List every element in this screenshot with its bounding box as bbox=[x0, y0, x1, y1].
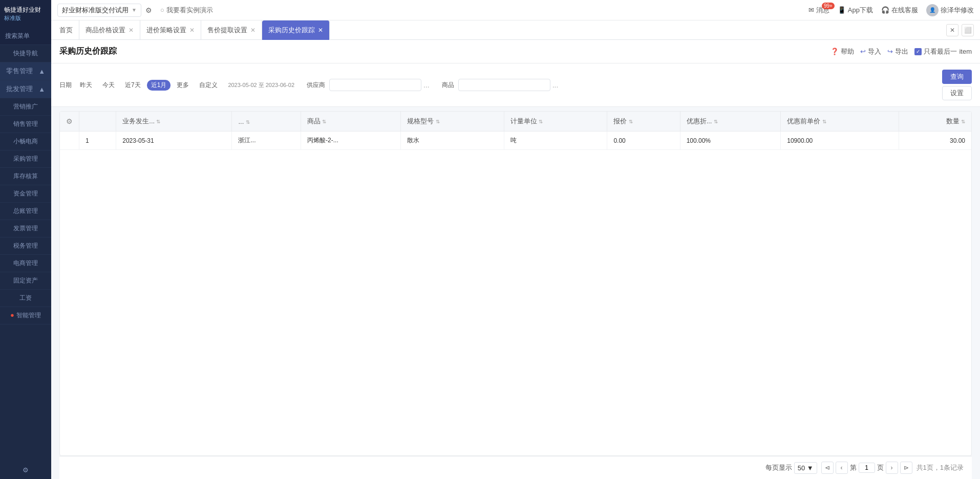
next-page-btn[interactable]: › bbox=[886, 462, 898, 474]
main-area: 好业财标准版交付试用 ▼ ⚙ ○ 我要看实例演示 ✉ 消息 99+ 📱 App下… bbox=[51, 0, 980, 479]
col-spec[interactable]: 规格型号 ⇅ bbox=[401, 112, 504, 132]
sort-icon[interactable]: ⇅ bbox=[961, 119, 965, 124]
date-btn-last7days[interactable]: 近7天 bbox=[121, 80, 145, 91]
version-select[interactable]: 好业财标准版交付试用 ▼ bbox=[57, 4, 141, 17]
sidebar-item-finance[interactable]: 资金管理 bbox=[0, 185, 51, 203]
help-label: 帮助 bbox=[841, 47, 854, 56]
col-discount[interactable]: 优惠折... ⇅ bbox=[680, 112, 781, 132]
only-last-suffix: item bbox=[959, 48, 972, 55]
page-label: 第 bbox=[850, 463, 857, 472]
sidebar-item-smart[interactable]: ●智能管理 bbox=[0, 307, 51, 324]
tab-maximize-btn[interactable]: ⬜ bbox=[962, 24, 974, 36]
filter-settings-btn[interactable]: 设置 bbox=[942, 86, 972, 100]
col-label: 计量单位 bbox=[510, 117, 537, 125]
tab-bar-right: ✕ ⬜ bbox=[946, 24, 978, 36]
tab-selling-price[interactable]: 售价提取设置 ✕ bbox=[201, 20, 262, 40]
tab-close-icon[interactable]: ✕ bbox=[189, 27, 195, 34]
sidebar-item-ecommerce[interactable]: 电商管理 bbox=[0, 255, 51, 272]
sidebar-item-wholesale[interactable]: 批发管理 ▲ bbox=[0, 80, 51, 98]
date-btn-yesterday[interactable]: 昨天 bbox=[76, 80, 96, 91]
sidebar-logo: 畅捷通好业财 标准版 bbox=[0, 0, 51, 28]
sort-icon[interactable]: ⇅ bbox=[629, 119, 633, 124]
only-last-checkbox-group[interactable]: ✓ 只看最后一 item bbox=[914, 47, 972, 56]
tab-home[interactable]: 首页 bbox=[53, 20, 79, 40]
product-dots-btn[interactable]: ... bbox=[552, 81, 559, 89]
user-menu[interactable]: 👤 徐泽华修改 bbox=[926, 4, 974, 16]
prev-page-btn[interactable]: ‹ bbox=[836, 462, 848, 474]
supplier-input[interactable] bbox=[329, 79, 421, 91]
online-service-label: 在线客服 bbox=[891, 6, 918, 15]
date-btn-more[interactable]: 更多 bbox=[173, 80, 193, 91]
demo-btn[interactable]: ○ 我要看实例演示 bbox=[160, 6, 213, 15]
messages-btn[interactable]: ✉ 消息 99+ bbox=[808, 6, 829, 15]
only-last-checkbox[interactable]: ✓ bbox=[914, 48, 922, 55]
sidebar-item-salary[interactable]: 工资 bbox=[0, 290, 51, 307]
date-btn-last1month[interactable]: 近1月 bbox=[147, 80, 171, 91]
sort-icon[interactable]: ⇅ bbox=[156, 119, 160, 124]
product-input[interactable] bbox=[458, 79, 550, 91]
only-last-label: 只看最后一 bbox=[924, 47, 957, 56]
page-header: 采购历史价跟踪 ❓ 帮助 ↩ 导入 ↪ 导出 ✓ 只看最后一 item bbox=[51, 40, 980, 63]
sidebar-item-ledger[interactable]: 总账管理 bbox=[0, 203, 51, 220]
gear-icon[interactable]: ⚙ bbox=[66, 117, 73, 125]
first-page-btn[interactable]: ⊲ bbox=[821, 462, 834, 474]
sidebar-item-fixed-assets[interactable]: 固定资产 bbox=[0, 272, 51, 290]
page-size-select[interactable]: 50 ▼ bbox=[794, 462, 817, 474]
top-settings-icon[interactable]: ⚙ bbox=[145, 6, 152, 14]
app-download-btn[interactable]: 📱 App下载 bbox=[838, 6, 873, 15]
col-extra[interactable]: ... ⇅ bbox=[232, 112, 301, 132]
col-index bbox=[79, 112, 116, 132]
page-unit: 页 bbox=[877, 463, 884, 472]
export-btn[interactable]: ↪ 导出 bbox=[887, 47, 908, 56]
product-label: 商品 bbox=[442, 81, 454, 90]
sort-icon[interactable]: ⇅ bbox=[539, 119, 543, 124]
tab-close-window-btn[interactable]: ✕ bbox=[946, 24, 958, 36]
col-quantity[interactable]: 数量 ⇅ bbox=[899, 112, 971, 132]
row-index-cell: 1 bbox=[79, 132, 116, 150]
import-btn[interactable]: ↩ 导入 bbox=[860, 47, 881, 56]
sidebar-settings-btn[interactable]: ⚙ bbox=[0, 461, 51, 479]
help-btn[interactable]: ❓ 帮助 bbox=[830, 47, 854, 56]
sidebar-item-marketing[interactable]: 营销推广 bbox=[0, 98, 51, 116]
col-quote[interactable]: 报价 ⇅ bbox=[607, 112, 680, 132]
sidebar-item-ecommerce-small[interactable]: 小畅电商 bbox=[0, 133, 51, 150]
tab-history-price[interactable]: 采购历史价跟踪 ✕ bbox=[262, 20, 330, 40]
table-row: 1 2023-05-31 浙江... 丙烯酸-2-... 散水 吨 0.00 1… bbox=[60, 132, 971, 150]
sidebar-item-quick-nav[interactable]: 快捷导航 bbox=[0, 45, 51, 62]
help-icon: ❓ bbox=[830, 48, 839, 55]
tab-purchase-strategy[interactable]: 进价策略设置 ✕ bbox=[140, 20, 201, 40]
online-service-btn[interactable]: 🎧 在线客服 bbox=[881, 6, 918, 15]
page-title: 采购历史价跟踪 bbox=[59, 46, 117, 63]
sidebar-search[interactable]: 搜索菜单 bbox=[0, 28, 51, 45]
sort-icon[interactable]: ⇅ bbox=[822, 119, 826, 124]
tab-close-icon[interactable]: ✕ bbox=[129, 27, 134, 34]
sidebar-item-tax[interactable]: 税务管理 bbox=[0, 237, 51, 255]
sort-icon[interactable]: ⇅ bbox=[322, 119, 326, 124]
supplier-dots-btn[interactable]: ... bbox=[423, 81, 430, 89]
last-page-btn[interactable]: ⊳ bbox=[900, 462, 912, 474]
tab-close-icon[interactable]: ✕ bbox=[318, 27, 323, 34]
sort-icon[interactable]: ⇅ bbox=[436, 119, 440, 124]
col-business-date[interactable]: 业务发生... ⇅ bbox=[116, 112, 232, 132]
sort-icon[interactable]: ⇅ bbox=[714, 119, 718, 124]
sort-icon[interactable]: ⇅ bbox=[246, 119, 250, 125]
col-unit[interactable]: 计量单位 ⇅ bbox=[504, 112, 607, 132]
sidebar-item-inventory[interactable]: 库存核算 bbox=[0, 168, 51, 185]
col-pre-discount-price[interactable]: 优惠前单价 ⇅ bbox=[781, 112, 899, 132]
row-gear-cell bbox=[60, 132, 79, 150]
sidebar-item-purchase[interactable]: 采购管理 bbox=[0, 150, 51, 168]
sidebar-item-invoice[interactable]: 发票管理 bbox=[0, 220, 51, 237]
sidebar: 畅捷通好业财 标准版 搜索菜单 快捷导航 零售管理 ▲ 批发管理 ▲ 营销推广 … bbox=[0, 0, 51, 479]
supplier-input-group: ... bbox=[329, 79, 430, 91]
date-btn-custom[interactable]: 自定义 bbox=[195, 80, 222, 91]
page-size-arrow-icon: ▼ bbox=[807, 464, 814, 472]
col-product[interactable]: 商品 ⇅ bbox=[301, 112, 401, 132]
sidebar-item-sales[interactable]: 销售管理 bbox=[0, 116, 51, 133]
page-total-text: 共1页，1条记录 bbox=[917, 463, 964, 472]
tab-price-settings[interactable]: 商品价格设置 ✕ bbox=[79, 20, 140, 40]
sidebar-item-retail[interactable]: 零售管理 ▲ bbox=[0, 62, 51, 80]
page-number-input[interactable] bbox=[859, 463, 875, 473]
tab-close-icon[interactable]: ✕ bbox=[250, 27, 255, 34]
query-btn[interactable]: 查询 bbox=[942, 70, 972, 84]
date-btn-today[interactable]: 今天 bbox=[98, 80, 119, 91]
